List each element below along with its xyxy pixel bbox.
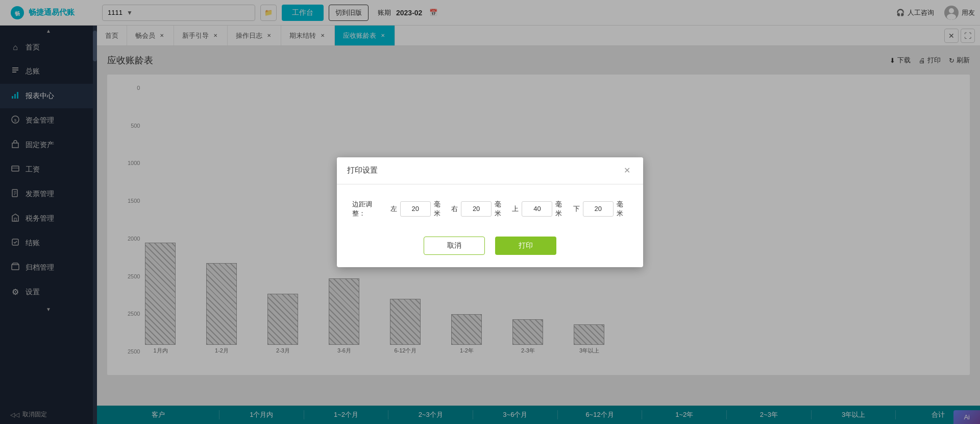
margin-left-group: 左 毫米 (390, 200, 445, 218)
modal-header: 打印设置 ✕ (337, 157, 643, 184)
bottom-unit: 毫米 (617, 200, 628, 218)
margin-bottom-group: 下 毫米 (573, 200, 628, 218)
left-unit: 毫米 (434, 200, 445, 218)
confirm-print-button[interactable]: 打印 (495, 237, 556, 255)
right-unit: 毫米 (495, 200, 506, 218)
modal-footer: 取消 打印 (337, 228, 643, 267)
modal-body: 边距调整： 左 毫米 右 毫米 上 毫米 下 (337, 184, 643, 228)
margin-bottom-input[interactable] (583, 201, 614, 217)
top-label: 上 (512, 204, 519, 214)
top-unit: 毫米 (555, 200, 567, 218)
margin-settings: 边距调整： 左 毫米 右 毫米 上 毫米 下 (352, 200, 628, 218)
print-settings-dialog: 打印设置 ✕ 边距调整： 左 毫米 右 毫米 上 毫米 (337, 157, 643, 267)
modal-close-button[interactable]: ✕ (621, 164, 633, 177)
margin-top-group: 上 毫米 (512, 200, 567, 218)
margin-top-input[interactable] (522, 201, 552, 217)
cancel-button[interactable]: 取消 (424, 237, 485, 255)
margin-right-group: 右 毫米 (451, 200, 506, 218)
margin-label: 边距调整： (352, 200, 384, 218)
margin-left-input[interactable] (400, 201, 431, 217)
left-label: 左 (390, 204, 397, 214)
modal-title: 打印设置 (347, 166, 378, 175)
modal-overlay: 打印设置 ✕ 边距调整： 左 毫米 右 毫米 上 毫米 (0, 0, 980, 424)
margin-right-input[interactable] (461, 201, 492, 217)
bottom-label: 下 (573, 204, 580, 214)
right-label: 右 (451, 204, 458, 214)
